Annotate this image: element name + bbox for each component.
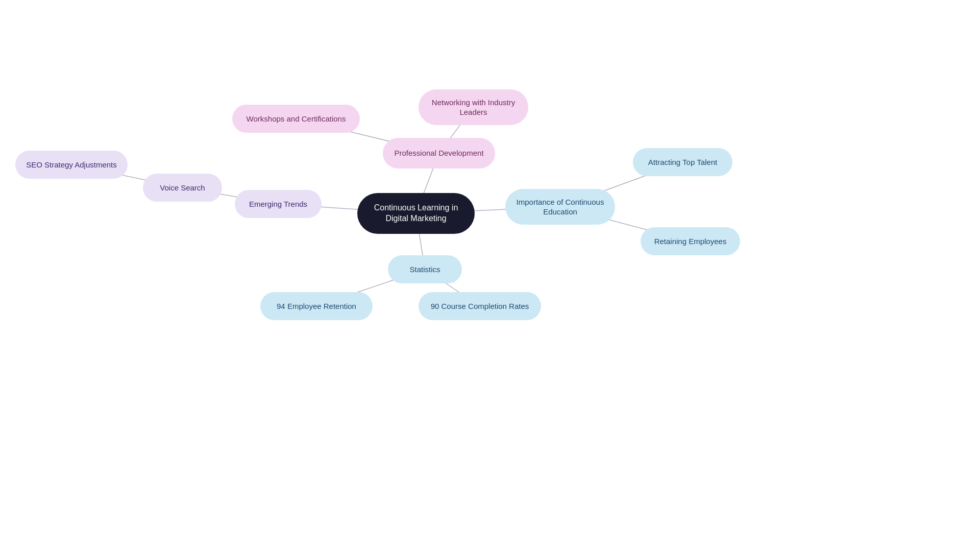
label-seo-strategy: SEO Strategy Adjustments <box>26 160 117 170</box>
node-workshops[interactable]: Workshops and Certifications <box>232 105 360 133</box>
node-employee-retention[interactable]: 94 Employee Retention <box>260 292 373 320</box>
node-retaining-employees[interactable]: Retaining Employees <box>641 227 740 255</box>
label-voice-search: Voice Search <box>160 183 205 193</box>
label-emerging-trends: Emerging Trends <box>249 199 307 209</box>
label-retaining-employees: Retaining Employees <box>654 236 727 247</box>
node-emerging-trends[interactable]: Emerging Trends <box>235 190 322 218</box>
center-label: Continuous Learning in Digital Marketing <box>368 203 464 224</box>
node-statistics[interactable]: Statistics <box>388 255 462 283</box>
label-course-completion: 90 Course Completion Rates <box>431 301 529 311</box>
center-node[interactable]: Continuous Learning in Digital Marketing <box>357 193 475 234</box>
node-seo-strategy[interactable]: SEO Strategy Adjustments <box>15 151 128 179</box>
node-networking[interactable]: Networking with Industry Leaders <box>419 89 528 125</box>
label-importance-cont-edu: Importance of Continuous Education <box>516 197 605 217</box>
connections-svg <box>0 0 980 553</box>
label-networking: Networking with Industry Leaders <box>429 98 518 117</box>
node-importance-cont-edu[interactable]: Importance of Continuous Education <box>505 189 615 225</box>
label-statistics: Statistics <box>409 265 440 275</box>
label-employee-retention: 94 Employee Retention <box>277 301 356 311</box>
label-professional-dev: Professional Development <box>394 148 483 158</box>
label-attracting-talent: Attracting Top Talent <box>648 157 717 167</box>
mindmap-container: Continuous Learning in Digital Marketing… <box>0 0 980 553</box>
node-professional-dev[interactable]: Professional Development <box>383 138 495 169</box>
node-course-completion[interactable]: 90 Course Completion Rates <box>419 292 541 320</box>
label-workshops: Workshops and Certifications <box>247 114 346 124</box>
node-attracting-talent[interactable]: Attracting Top Talent <box>633 148 732 176</box>
node-voice-search[interactable]: Voice Search <box>143 174 222 202</box>
